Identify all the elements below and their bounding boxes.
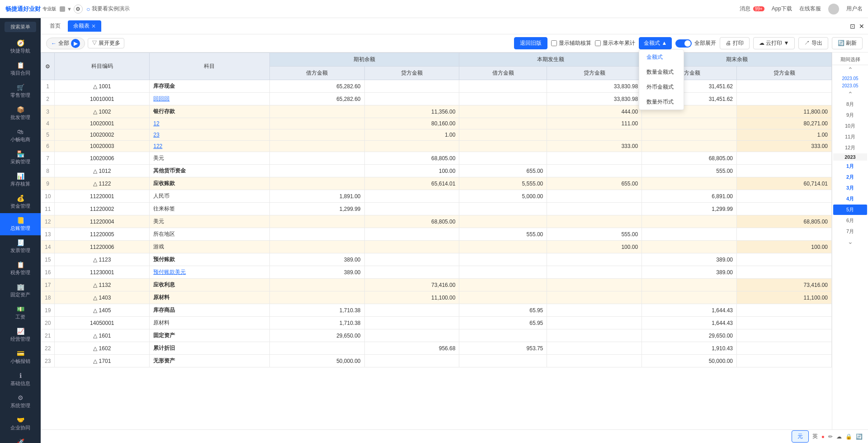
export-btn[interactable]: ↗ 导出	[798, 37, 828, 49]
cell-cur-credit	[547, 279, 642, 291]
month-5[interactable]: 5月	[833, 205, 867, 215]
top-bar-left: 畅捷通好业财 专业版 ▼ ⚙ ○ 我要看实例演示	[5, 5, 130, 14]
sidebar-item-ledger[interactable]: 📒 总账管理	[0, 213, 41, 235]
sidebar-item-assets[interactable]: 🏢 固定资产	[0, 280, 41, 302]
bottom-yuan-btn[interactable]: 元	[792, 430, 809, 443]
expand-toggle-switch[interactable]	[675, 39, 692, 48]
bottom-cloud-icon[interactable]: ☁	[836, 433, 842, 440]
sidebar-item-expense[interactable]: 💳 小畅报销	[0, 346, 41, 368]
sidebar-item-retail[interactable]: 🛒 零售管理	[0, 80, 41, 102]
month-3[interactable]: 3月	[833, 183, 867, 193]
account-name-text[interactable]: 122	[153, 143, 162, 149]
online-service-btn[interactable]: 在线客服	[799, 5, 821, 13]
sidebar-item-wholesale[interactable]: 📦 批发管理	[0, 102, 41, 124]
format-label: 金额式 ▲	[644, 39, 667, 47]
breadcrumb-nav-icon[interactable]: ▶	[71, 39, 80, 48]
month-12[interactable]: 12月	[833, 143, 867, 153]
sidebar-search[interactable]: 搜索菜单	[5, 22, 36, 32]
cell-open-credit	[364, 203, 459, 215]
bottom-edit-icon[interactable]: ✏	[828, 433, 833, 440]
up-arrow-btn[interactable]: ⌃	[833, 90, 867, 99]
show-annual-check[interactable]: 显示本年累计	[595, 39, 635, 47]
retail-icon: 🛒	[2, 84, 39, 91]
tab-maximize-btn[interactable]: ⊡	[850, 23, 855, 30]
down-arrow-btn[interactable]: ⌄	[833, 237, 867, 246]
sidebar-item-tax[interactable]: 📋 税务管理	[0, 257, 41, 280]
cloud-print-btn[interactable]: ☁ 云打印 ▼	[753, 37, 795, 49]
format-option-foreign-amount[interactable]: 外币金额式	[639, 80, 684, 95]
month-11[interactable]: 11月	[833, 132, 867, 142]
month-6[interactable]: 6月	[833, 215, 867, 226]
sidebar-item-guide[interactable]: 🚀 新手引导	[0, 435, 41, 443]
sidebar-item-quick-nav[interactable]: 🧭 快捷导航	[0, 36, 41, 58]
bottom-lock-icon[interactable]: 🔒	[845, 433, 852, 440]
app-download-btn[interactable]: App下载	[772, 5, 792, 13]
cell-name[interactable]: 122	[150, 141, 269, 152]
account-name-text[interactable]: 回回回	[153, 95, 170, 102]
sidebar-item-project[interactable]: 📋 项目合同	[0, 58, 41, 80]
cell-open-debit	[269, 105, 364, 118]
table-row: 20 14050001 原材料 1,710.38 65.95 1,644.43	[41, 317, 832, 329]
account-name-text[interactable]: 12	[153, 120, 159, 127]
format-option-qty-foreign[interactable]: 数量外币式	[639, 95, 684, 110]
bottom-lang-icon[interactable]: 英	[812, 433, 818, 440]
annual-checkbox[interactable]	[595, 40, 601, 46]
sidebar-item-operations[interactable]: 📈 经营管理	[0, 324, 41, 346]
sidebar-item-finance[interactable]: 💰 资金管理	[0, 191, 41, 213]
sidebar-item-system[interactable]: ⚙ 系统管理	[0, 391, 41, 413]
cell-rownum: 4	[41, 118, 55, 129]
sidebar-item-collab[interactable]: 🤝 企业协同	[0, 413, 41, 435]
tab-close-btn[interactable]: ✕	[859, 23, 864, 30]
refresh-btn[interactable]: 🔄 刷新	[832, 37, 863, 49]
messages-btn[interactable]: 消息 99+	[740, 5, 764, 13]
cell-name[interactable]: 23	[150, 129, 269, 141]
expand-more-btn[interactable]: ▽ 展开更多	[88, 38, 124, 48]
cell-name: 其他货币资金	[150, 165, 269, 177]
table-wrap[interactable]: ⚙ 科目编码 科目 期初余额 本期发生额 期末余额 借方金额 贷方金额 借方金额…	[41, 52, 832, 429]
tab-balance[interactable]: 余额表 ✕	[68, 20, 101, 32]
sidebar-item-invoice[interactable]: 🧾 发票管理	[0, 235, 41, 257]
cell-open-debit	[269, 279, 364, 291]
top-bar: 畅捷通好业财 专业版 ▼ ⚙ ○ 我要看实例演示 消息 99+ App下载 在线…	[0, 0, 868, 18]
month-4[interactable]: 4月	[833, 194, 867, 204]
print-btn[interactable]: 🖨 打印	[720, 37, 749, 49]
format-option-qty-amount[interactable]: 数量金额式	[639, 65, 684, 80]
aux-checkbox[interactable]	[551, 40, 557, 46]
sidebar-item-inventory[interactable]: 📊 库存核算	[0, 169, 41, 191]
settings-btn[interactable]: ⚙	[74, 5, 83, 14]
breadcrumb-btn[interactable]: ← 全部 ▶	[46, 38, 85, 49]
account-name-text: 固定资产	[153, 332, 175, 338]
th-settings[interactable]: ⚙	[41, 53, 55, 80]
demo-link[interactable]: ○ 我要看实例演示	[86, 5, 130, 13]
print-icon: 🖨	[726, 40, 731, 46]
month-10[interactable]: 10月	[833, 121, 867, 131]
cell-name[interactable]: 预付账款美元	[150, 266, 269, 279]
cell-open-debit	[269, 177, 364, 190]
account-name-text[interactable]: 23	[153, 132, 159, 138]
account-name-text[interactable]: 预付账款美元	[153, 269, 186, 275]
month-7[interactable]: 7月	[833, 226, 867, 237]
sidebar-item-base[interactable]: ℹ 基础信息	[0, 368, 41, 391]
wholesale-icon: 📦	[2, 106, 39, 113]
back-old-btn[interactable]: 退回旧版	[514, 37, 547, 49]
th-cur-credit: 贷方金额	[547, 67, 642, 80]
cell-open-credit	[364, 329, 459, 342]
format-option-amount[interactable]: 金额式	[639, 50, 684, 65]
tab-close-icon[interactable]: ✕	[91, 23, 96, 29]
month-2[interactable]: 2月	[833, 172, 867, 182]
format-dropdown-btn[interactable]: 金额式 ▲	[639, 37, 672, 49]
purchase-icon: 🏪	[2, 150, 39, 157]
month-8[interactable]: 8月	[833, 99, 867, 110]
cell-name[interactable]: 12	[150, 118, 269, 129]
collapse-btn[interactable]: ⌃	[832, 65, 868, 74]
month-1[interactable]: 1月	[833, 161, 867, 171]
sidebar-item-purchase[interactable]: 🏪 采购管理	[0, 147, 41, 169]
sidebar-item-ecommerce[interactable]: 🛍 小畅电商	[0, 124, 41, 147]
month-9[interactable]: 9月	[833, 110, 867, 120]
cell-name[interactable]: 回回回	[150, 93, 269, 105]
show-aux-check[interactable]: 显示辅助核算	[551, 39, 591, 47]
tab-home[interactable]: 首页	[44, 20, 66, 32]
cell-open-credit: 65,614.01	[364, 177, 459, 190]
sidebar-item-payroll[interactable]: 💵 工资	[0, 302, 41, 324]
bottom-sync-icon[interactable]: 🔄	[856, 433, 863, 440]
